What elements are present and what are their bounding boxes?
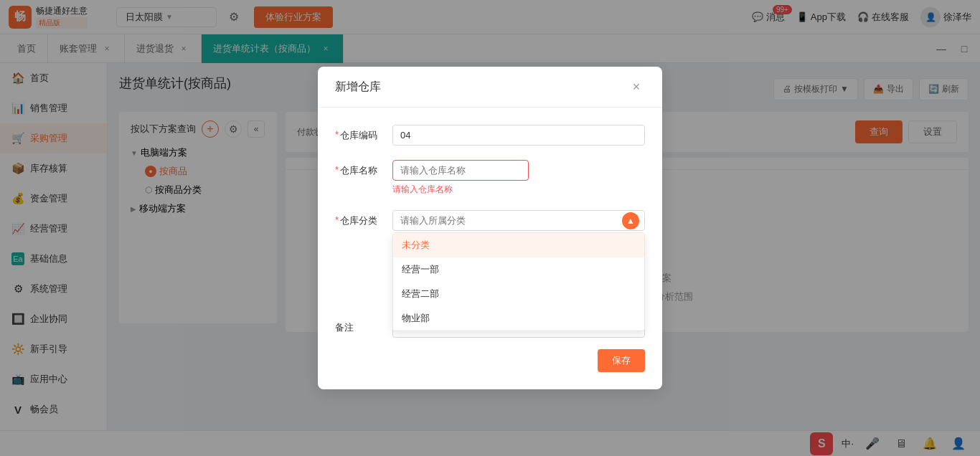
warehouse-name-wrap [392,160,529,181]
warehouse-code-input[interactable] [392,125,645,146]
save-btn[interactable]: 保存 [598,349,645,372]
dropdown-item-operations1[interactable]: 经营一部 [393,257,644,282]
warehouse-category-wrap: ▲ [392,210,645,231]
dropdown-item-uncategorized[interactable]: 未分类 [393,233,644,257]
warehouse-category-row: * 仓库分类 ▲ 未分类 经营一部 经营二部 物业部 [335,210,645,231]
remark-label: 备注 [335,317,392,334]
warehouse-name-input[interactable] [392,160,529,181]
new-warehouse-modal: 新增仓库 × * 仓库编码 * 仓库名称 [318,67,662,389]
dropdown-item-property[interactable]: 物业部 [393,306,644,331]
modal-footer: 保存 [318,338,662,372]
warehouse-code-wrap [392,125,645,146]
modal-header: 新增仓库 × [318,67,662,108]
warehouse-code-label: * 仓库编码 [335,125,392,142]
modal-title: 新增仓库 [335,80,381,95]
warehouse-category-label: * 仓库分类 [335,210,392,227]
warehouse-name-label: * 仓库名称 [335,160,392,177]
warehouse-code-row: * 仓库编码 [335,125,645,146]
category-dropdown-icon[interactable]: ▲ [622,212,639,229]
category-dropdown-list: 未分类 经营一部 经营二部 物业部 [392,232,645,331]
dropdown-item-operations2[interactable]: 经营二部 [393,282,644,306]
warehouse-name-row: * 仓库名称 请输入仓库名称 [335,160,645,196]
warehouse-category-input[interactable] [392,210,645,231]
modal-body: * 仓库编码 * 仓库名称 请输入仓库名称 [318,108,662,338]
modal-close-btn[interactable]: × [628,78,645,95]
warehouse-name-error: 请输入仓库名称 [392,184,453,196]
